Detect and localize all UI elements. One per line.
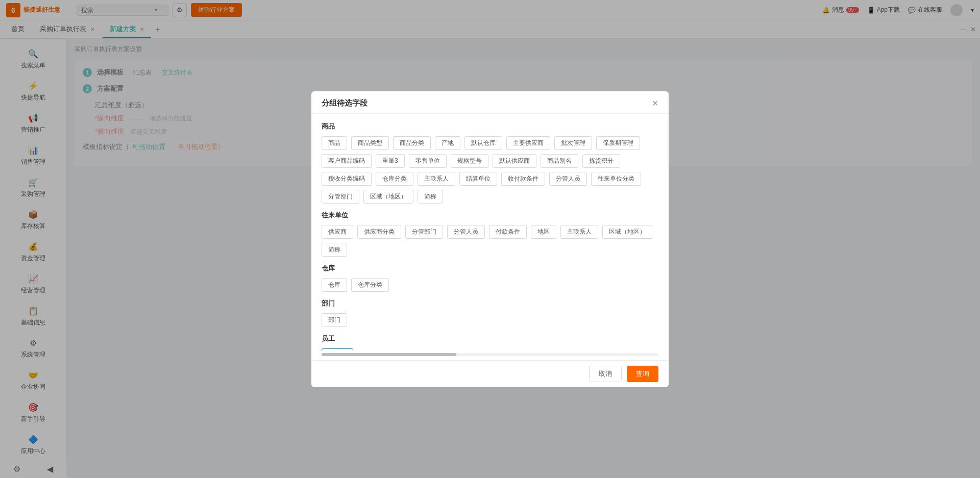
field-default-supplier[interactable]: 默认供应商 (493, 154, 536, 168)
field-customer-code[interactable]: 客户商品编码 (322, 154, 372, 168)
confirm-button[interactable]: 查询 (627, 366, 658, 382)
field-goods-type[interactable]: 商品类型 (351, 136, 389, 150)
field-weight3[interactable]: 重量3 (376, 154, 405, 168)
modal-hscroll[interactable] (322, 353, 658, 356)
field-quality-period[interactable]: 保质期管理 (596, 136, 640, 150)
group-employee-fields: 业务员 (322, 348, 658, 351)
group-goods-fields: 商品 商品类型 商品分类 产地 默认仓库 主要供应商 批次管理 保质期管理 客户… (322, 136, 658, 204)
group-title-employee: 员工 (322, 334, 658, 343)
field-default-warehouse[interactable]: 默认仓库 (464, 136, 502, 150)
field-retail-unit[interactable]: 零售单位 (409, 154, 447, 168)
field-goods[interactable]: 商品 (322, 136, 347, 150)
modal-footer: 取消 查询 (311, 360, 669, 387)
field-warehouse[interactable]: 仓库 (322, 278, 347, 292)
field-origin[interactable]: 产地 (435, 136, 460, 150)
field-batch-mgmt[interactable]: 批次管理 (554, 136, 592, 150)
field-main-contact[interactable]: 主联系人 (418, 172, 455, 186)
group-title-dept: 部门 (322, 299, 658, 308)
field-goods-category[interactable]: 商品分类 (393, 136, 431, 150)
field-spec-model[interactable]: 规格型号 (451, 154, 488, 168)
field-tax-code[interactable]: 税收分类编码 (322, 172, 372, 186)
field-personnel-mgmt[interactable]: 分管人员 (447, 225, 485, 239)
modal-hscroll-thumb (322, 353, 456, 356)
field-supervisor[interactable]: 分管人员 (549, 172, 587, 186)
field-dept-managed[interactable]: 分管部门 (322, 190, 359, 204)
group-title-warehouse: 仓库 (322, 264, 658, 273)
modal-header: 分组待选字段 ✕ (311, 91, 669, 114)
modal-title: 分组待选字段 (322, 98, 368, 108)
field-short-name-goods[interactable]: 简称 (418, 190, 443, 204)
modal-overlay: 分组待选字段 ✕ 商品 商品 商品类型 商品分类 产地 默认仓库 主要供应商 批… (0, 0, 980, 478)
field-short-name-trade[interactable]: 简称 (322, 243, 347, 257)
group-trade-unit-fields: 供应商 供应商分类 分管部门 分管人员 付款条件 地区 主联系人 区域（地区） … (322, 225, 658, 257)
field-warehouse-category[interactable]: 仓库分类 (376, 172, 413, 186)
group-dept-fields: 部门 (322, 313, 658, 327)
field-dept[interactable]: 部门 (322, 313, 347, 327)
field-goods-alias[interactable]: 商品别名 (541, 154, 578, 168)
field-dept-mgmt[interactable]: 分管部门 (405, 225, 443, 239)
field-pick-points[interactable]: 拣货积分 (582, 154, 620, 168)
modal: 分组待选字段 ✕ 商品 商品 商品类型 商品分类 产地 默认仓库 主要供应商 批… (311, 91, 669, 387)
group-title-trade-unit: 往来单位 (322, 211, 658, 220)
cancel-button[interactable]: 取消 (589, 366, 622, 382)
group-title-goods: 商品 (322, 122, 658, 131)
field-main-supplier[interactable]: 主要供应商 (506, 136, 550, 150)
field-region-trade[interactable]: 区域（地区） (602, 225, 652, 239)
field-pay-term[interactable]: 付款条件 (489, 225, 527, 239)
field-settlement-unit[interactable]: 结算单位 (459, 172, 497, 186)
field-warehouse-cat[interactable]: 仓库分类 (351, 278, 389, 292)
modal-body: 商品 商品 商品类型 商品分类 产地 默认仓库 主要供应商 批次管理 保质期管理… (311, 114, 669, 351)
field-supplier-category[interactable]: 供应商分类 (357, 225, 401, 239)
field-payment-terms[interactable]: 收付款条件 (501, 172, 545, 186)
field-region-goods[interactable]: 区域（地区） (363, 190, 413, 204)
group-warehouse-fields: 仓库 仓库分类 (322, 278, 658, 292)
field-supplier[interactable]: 供应商 (322, 225, 353, 239)
field-trade-unit-category[interactable]: 往来单位分类 (591, 172, 641, 186)
modal-close-button[interactable]: ✕ (652, 98, 658, 108)
field-salesperson[interactable]: 业务员 (322, 348, 353, 351)
field-main-contact2[interactable]: 主联系人 (560, 225, 598, 239)
field-area[interactable]: 地区 (531, 225, 556, 239)
